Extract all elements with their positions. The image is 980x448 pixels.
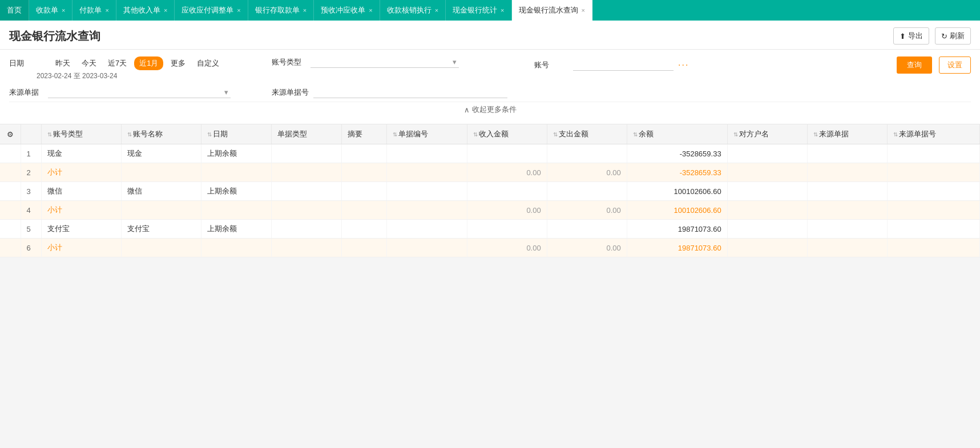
- close-icon[interactable]: ×: [582, 7, 585, 14]
- cell-account-type: 小计: [41, 163, 121, 182]
- account-type-dropdown[interactable]: ▾: [310, 56, 459, 68]
- column-account-type[interactable]: ⇅账号类型: [41, 124, 121, 144]
- source-doc-label: 来源单据: [9, 87, 43, 98]
- date-btn-more[interactable]: 更多: [167, 56, 189, 70]
- cell-expense: [547, 144, 627, 163]
- cell-no: 2: [21, 163, 41, 182]
- close-icon[interactable]: ×: [369, 7, 372, 14]
- cell-balance: 100102606.60: [627, 182, 727, 201]
- nav-tab-prepaid[interactable]: 预收冲应收单 ×: [314, 0, 380, 21]
- cell-account-name: 现金: [121, 144, 201, 163]
- tab-label: 其他收入单: [123, 5, 160, 15]
- cell-balance: -3528659.33: [627, 163, 727, 182]
- query-button[interactable]: 查询: [897, 56, 932, 74]
- source-doc-dropdown[interactable]: ▾: [48, 87, 231, 98]
- cell-account-type: 支付宝: [41, 220, 121, 239]
- nav-tab-other-income[interactable]: 其他收入单 ×: [116, 0, 175, 21]
- table-row[interactable]: 3 微信 微信 上期余额 100102606.60: [0, 182, 980, 201]
- settings-button[interactable]: 设置: [939, 56, 971, 74]
- table-row[interactable]: 6 小计 0.00 0.00 19871073.60: [0, 239, 980, 257]
- action-buttons: 查询 设置: [891, 56, 971, 74]
- cell-source-doc: [807, 220, 887, 239]
- cell-date: [201, 239, 271, 257]
- close-icon[interactable]: ×: [105, 7, 108, 14]
- account-no-input[interactable]: [573, 59, 674, 71]
- cell-summary: [342, 163, 387, 182]
- nav-tab-adjustment[interactable]: 应收应付调整单 ×: [175, 0, 248, 21]
- nav-tab-statistics[interactable]: 现金银行统计 ×: [446, 0, 511, 21]
- cell-income: [467, 220, 547, 239]
- cell-source-doc-no: [887, 163, 979, 182]
- cell-doc-no: [387, 220, 467, 239]
- cell-no: 1: [21, 144, 41, 163]
- account-no-label: 账号: [534, 60, 568, 70]
- column-account-name[interactable]: ⇅账号名称: [121, 124, 201, 144]
- close-icon[interactable]: ×: [435, 7, 438, 14]
- chevron-down-icon: ▾: [453, 58, 457, 66]
- table-row[interactable]: 1 现金 现金 上期余额 -3528659.33: [0, 144, 980, 163]
- close-icon[interactable]: ×: [62, 7, 65, 14]
- column-summary: 摘要: [342, 124, 387, 144]
- cell-date: 上期余额: [201, 144, 271, 163]
- nav-tab-flow-query[interactable]: 现金银行流水查询 ×: [512, 0, 592, 21]
- tab-label: 预收冲应收单: [321, 5, 365, 15]
- cell-summary: [342, 201, 387, 220]
- column-balance[interactable]: ⇅余额: [627, 124, 727, 144]
- account-type-label: 账号类型: [272, 57, 306, 67]
- cell-source-doc-no: [887, 239, 979, 257]
- nav-tab-payments[interactable]: 付款单 ×: [72, 0, 116, 21]
- column-date[interactable]: ⇅日期: [201, 124, 271, 144]
- table-row[interactable]: 4 小计 0.00 0.00 100102606.60: [0, 201, 980, 220]
- cell-counterparty: [727, 182, 807, 201]
- cell-income: [467, 144, 547, 163]
- column-source-doc[interactable]: ⇅来源单据: [807, 124, 887, 144]
- collapse-button[interactable]: ∧ 收起更多条件: [9, 102, 971, 117]
- cell-source-doc-no: [887, 220, 979, 239]
- nav-tab-home[interactable]: 首页: [0, 0, 29, 21]
- column-doc-no[interactable]: ⇅单据编号: [387, 124, 467, 144]
- column-expense[interactable]: ⇅支出金额: [547, 124, 627, 144]
- table-row[interactable]: 2 小计 0.00 0.00 -3528659.33: [0, 163, 980, 182]
- close-icon[interactable]: ×: [164, 7, 167, 14]
- tab-label: 现金银行统计: [453, 5, 497, 15]
- collapse-up-icon: ∧: [464, 106, 470, 114]
- source-doc-no-input[interactable]: [313, 87, 507, 98]
- cell-account-name: [121, 239, 201, 257]
- tab-label: 付款单: [79, 5, 102, 15]
- cell-income: 0.00: [467, 239, 547, 257]
- close-icon[interactable]: ×: [237, 7, 240, 14]
- tab-label: 银行存取款单: [255, 5, 300, 15]
- nav-tab-receipts[interactable]: 收款单 ×: [29, 0, 72, 21]
- cell-income: 0.00: [467, 163, 547, 182]
- table-container: ⚙ ⇅账号类型 ⇅账号名称 ⇅日期 单据类型 摘要 ⇅单据编号 ⇅收入金额 ⇅支…: [0, 124, 980, 257]
- date-btn-7days[interactable]: 近7天: [104, 56, 131, 70]
- refresh-icon: ↻: [941, 32, 947, 41]
- nav-tab-verification[interactable]: 收款核销执行 ×: [380, 0, 446, 21]
- nav-tab-bank-deposit[interactable]: 银行存取款单 ×: [248, 0, 314, 21]
- column-doc-type: 单据类型: [271, 124, 341, 144]
- date-btn-today[interactable]: 今天: [78, 56, 100, 70]
- cell-source-doc: [807, 239, 887, 257]
- date-btn-yesterday[interactable]: 昨天: [51, 56, 74, 70]
- close-icon[interactable]: ×: [303, 7, 306, 14]
- cell-account-name: [121, 201, 201, 220]
- date-btn-custom[interactable]: 自定义: [193, 56, 223, 70]
- cell-account-type: 小计: [41, 201, 121, 220]
- column-counterparty[interactable]: ⇅对方户名: [727, 124, 807, 144]
- cell-source-doc-no: [887, 182, 979, 201]
- header-actions: ⬆ 导出 ↻ 刷新: [893, 27, 971, 45]
- column-income[interactable]: ⇅收入金额: [467, 124, 547, 144]
- source-doc-no-label: 来源单据号: [272, 87, 309, 98]
- refresh-button[interactable]: ↻ 刷新: [935, 27, 971, 45]
- cell-counterparty: [727, 220, 807, 239]
- filter-area: 日期 昨天 今天 近7天 近1月 更多 自定义 2023-02-24 至 202…: [0, 50, 980, 124]
- close-icon[interactable]: ×: [501, 7, 504, 14]
- export-button[interactable]: ⬆ 导出: [893, 27, 929, 45]
- more-options-button[interactable]: ···: [678, 60, 689, 70]
- table-row[interactable]: 5 支付宝 支付宝 上期余额 19871073.60: [0, 220, 980, 239]
- column-gear[interactable]: ⚙: [0, 124, 21, 144]
- column-source-doc-no[interactable]: ⇅来源单据号: [887, 124, 979, 144]
- date-btn-1month[interactable]: 近1月: [134, 56, 163, 70]
- cell-income: [467, 182, 547, 201]
- refresh-label: 刷新: [950, 31, 965, 41]
